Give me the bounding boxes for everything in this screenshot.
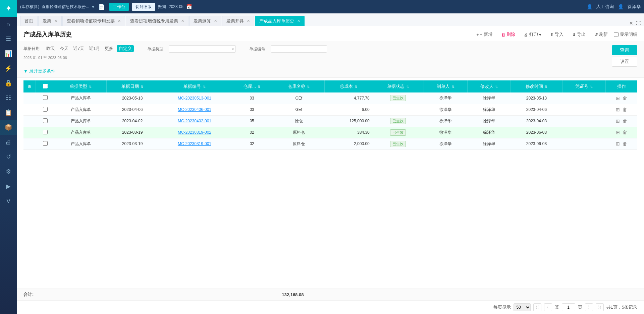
view-action-icon[interactable]: ⊞ xyxy=(616,130,620,135)
delete-action-icon[interactable]: 🗑 xyxy=(623,130,627,135)
set-button[interactable]: 设置 xyxy=(612,57,637,67)
total-label: 合计: xyxy=(23,292,34,298)
tab-purchase-invoice[interactable]: 查看进项增值税专用发票 ✕ xyxy=(126,16,189,26)
sidebar-item-print[interactable]: 🖨 xyxy=(0,135,17,149)
th-type[interactable]: 单据类型 ⇅ xyxy=(55,80,107,92)
tab-open-close[interactable]: ✕ xyxy=(247,19,250,23)
show-detail-checkbox[interactable] xyxy=(614,32,619,37)
tab-maximize-icon[interactable]: ⛶ xyxy=(636,20,641,26)
delete-action-icon[interactable]: 🗑 xyxy=(623,141,627,146)
row-settings[interactable] xyxy=(23,115,36,127)
select-all-checkbox[interactable] xyxy=(43,84,48,88)
tab-home[interactable]: 首页 xyxy=(20,16,38,26)
th-modify-time[interactable]: 修改时间 ⇅ xyxy=(511,80,562,92)
help-button[interactable]: 人工咨询 xyxy=(596,4,614,10)
tab-warehouse-history[interactable]: 产成品入库单历史 ✕ xyxy=(255,16,305,26)
next-page-btn[interactable]: ⟩ xyxy=(585,303,593,311)
sidebar-item-chart[interactable]: 📊 xyxy=(0,46,17,61)
th-date[interactable]: 单据日期 ⇅ xyxy=(107,80,158,92)
sidebar-item-menu[interactable]: ☰ xyxy=(0,32,17,46)
date-7days[interactable]: 近7天 xyxy=(72,45,86,52)
th-warehouse-name[interactable]: 仓库名称 ⇅ xyxy=(273,80,325,92)
row-bill-no[interactable]: MC-20230319-002 xyxy=(158,127,231,138)
page-input[interactable] xyxy=(562,303,575,311)
doc-type-select[interactable]: 产品入库单 xyxy=(169,45,236,53)
delete-action-icon[interactable]: 🗑 xyxy=(623,118,627,124)
tab-invoice[interactable]: 发票 ✕ xyxy=(38,16,62,26)
tab-calc-close[interactable]: ✕ xyxy=(214,19,217,23)
th-total-cost[interactable]: 总成本 ⇅ xyxy=(325,80,372,92)
th-actions-label: 操作 xyxy=(617,84,626,89)
delete-action-icon[interactable]: 🗑 xyxy=(623,96,627,101)
sidebar-item-quick[interactable]: ⚡ xyxy=(0,61,17,76)
th-warehouse-code[interactable]: 仓库... ⇅ xyxy=(231,80,273,92)
new-label: + 新增 xyxy=(480,32,492,38)
row-bill-no[interactable]: MC-20230513-001 xyxy=(158,92,231,104)
sidebar-item-list[interactable]: ☷ xyxy=(0,90,17,105)
query-button[interactable]: 查询 xyxy=(612,45,637,55)
row-checkbox[interactable] xyxy=(43,141,48,146)
sidebar-item-home[interactable]: ⌂ xyxy=(0,17,17,32)
tab-warehouse-history-close[interactable]: ✕ xyxy=(297,19,300,23)
calendar-icon[interactable]: 📅 xyxy=(186,4,192,9)
date-more[interactable]: 更多 xyxy=(103,45,115,52)
tab-sales-close[interactable]: ✕ xyxy=(118,19,121,23)
settings-col-icon[interactable]: ⚙ xyxy=(28,84,32,89)
sidebar-item-play[interactable]: ▶ xyxy=(0,179,17,194)
tab-purchase-close[interactable]: ✕ xyxy=(181,19,184,23)
row-settings[interactable] xyxy=(23,104,36,115)
row-settings[interactable] xyxy=(23,138,36,149)
new-button[interactable]: + + 新增 xyxy=(474,30,495,39)
row-checkbox[interactable] xyxy=(43,95,48,100)
date-today[interactable]: 今天 xyxy=(58,45,70,52)
delete-button[interactable]: 🗑 删除 xyxy=(498,30,518,39)
th-bill-no[interactable]: 单据编号 ⇅ xyxy=(158,80,231,92)
doc-no-input[interactable] xyxy=(271,45,327,53)
row-bill-no[interactable]: MC-20230319-001 xyxy=(158,138,231,149)
view-action-icon[interactable]: ⊞ xyxy=(616,118,620,124)
refresh-button[interactable]: ↺ 刷新 xyxy=(592,30,610,39)
view-action-icon[interactable]: ⊞ xyxy=(616,141,620,146)
view-action-icon[interactable]: ⊞ xyxy=(616,107,620,112)
tab-calc[interactable]: 发票测算 ✕ xyxy=(189,16,221,26)
per-page-select[interactable]: 50 10 20 100 xyxy=(514,303,531,311)
row-settings[interactable] xyxy=(23,127,36,138)
th-creator[interactable]: 制单人 ⇅ xyxy=(424,80,468,92)
sidebar-item-warehouse[interactable]: 📦 xyxy=(0,120,17,135)
date-custom[interactable]: 自定义 xyxy=(117,45,134,52)
prev-page-btn[interactable]: ⟨ xyxy=(544,303,552,311)
switch-old-button[interactable]: 切到旧版 xyxy=(132,3,155,11)
show-detail-checkbox-wrapper[interactable]: 显示明细 xyxy=(614,32,637,38)
row-settings[interactable] xyxy=(23,92,36,104)
sidebar-item-version[interactable]: V xyxy=(0,194,17,208)
workbench-button[interactable]: 工作台 xyxy=(109,3,129,11)
expand-more-btn[interactable]: ▼ 展开更多条件 xyxy=(23,68,637,74)
sidebar-item-file[interactable]: 📋 xyxy=(0,105,17,120)
row-checkbox[interactable] xyxy=(43,118,48,123)
tab-sales-invoice[interactable]: 查看销项增值税专用发票 ✕ xyxy=(62,16,125,26)
print-button[interactable]: 🖨 打印 ▾ xyxy=(521,30,544,39)
first-page-btn[interactable]: ⟨⟨ xyxy=(533,303,541,311)
th-modifier[interactable]: 修改人 ⇅ xyxy=(467,80,511,92)
row-checkbox[interactable] xyxy=(43,107,48,112)
export-button[interactable]: ⬇ 导出 xyxy=(570,30,588,39)
company-dropdown-icon[interactable]: ▾ xyxy=(92,4,94,9)
row-bill-no[interactable]: MC-20230402-001 xyxy=(158,115,231,127)
tab-close-all-icon[interactable]: ✕ xyxy=(629,20,633,26)
date-yesterday[interactable]: 昨天 xyxy=(45,45,56,52)
row-bill-no[interactable]: MC-20230406-001 xyxy=(158,104,231,115)
sidebar-item-lock[interactable]: 🔒 xyxy=(0,76,17,90)
tab-open[interactable]: 发票开具 ✕ xyxy=(222,16,254,26)
date-1month[interactable]: 近1月 xyxy=(88,45,101,52)
row-checkbox[interactable] xyxy=(43,130,48,134)
th-status[interactable]: 单据状态 ⇅ xyxy=(372,80,424,92)
sidebar-item-settings[interactable]: ⚙ xyxy=(0,164,17,179)
view-action-icon[interactable]: ⊞ xyxy=(616,96,620,101)
settings-col-header[interactable]: ⚙ xyxy=(23,80,36,92)
sidebar-item-sync[interactable]: ↺ xyxy=(0,149,17,164)
delete-action-icon[interactable]: 🗑 xyxy=(623,107,627,112)
last-page-btn[interactable]: ⟩⟩ xyxy=(596,303,604,311)
tab-invoice-close[interactable]: ✕ xyxy=(54,19,57,23)
import-button[interactable]: ⬆ 导入 xyxy=(547,30,566,39)
th-voucher[interactable]: 凭证号 ⇅ xyxy=(562,80,606,92)
